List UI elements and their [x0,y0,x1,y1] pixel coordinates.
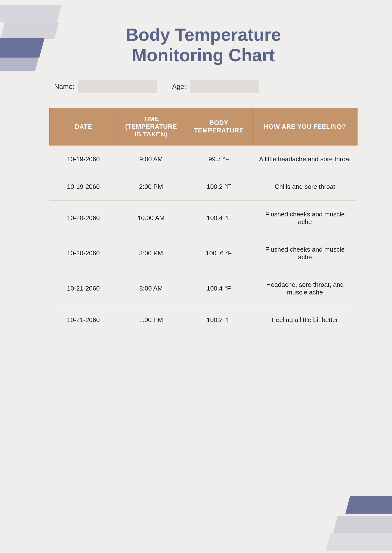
cell-feeling: Flushed cheeks and muscle ache [253,236,357,271]
cell-time: 9:00 AM [117,145,185,173]
cell-time: 8:00 AM [117,271,185,306]
age-input[interactable] [190,80,259,93]
cell-feeling: Headache, sore throat, and muscle ache [253,271,357,306]
table-header-row: DATE TIME (TEMPERATURE IS TAKEN) BODY TE… [49,108,357,145]
cell-time: 2:00 PM [117,173,185,200]
cell-feeling: Feeling a little bit better [253,306,357,334]
cell-date: 10-19-2060 [49,173,117,200]
header-time: TIME (TEMPERATURE IS TAKEN) [117,108,185,145]
cell-temp: 100.4 °F [185,271,253,306]
cell-temp: 99.7 °F [185,145,253,173]
cell-date: 10-21-2060 [49,271,117,306]
name-label: Name: [54,83,74,91]
name-field-group: Name: [54,80,157,93]
cell-date: 10-20-2060 [49,236,117,271]
table-row: 10-19-20609:00 AM99.7 °FA little headach… [49,145,357,173]
deco-shape-6 [333,516,392,533]
cell-time: 3:00 PM [117,236,185,271]
form-section: Name: Age: [49,80,358,93]
header-date: DATE [49,108,117,145]
cell-temp: 100.2 °F [185,306,253,334]
cell-time: 1:00 PM [117,306,185,334]
cell-temp: 100. 6 °F [185,236,253,271]
temperature-table: DATE TIME (TEMPERATURE IS TAKEN) BODY TE… [49,108,358,334]
table-row: 10-19-20602:00 PM100.2 °FChills and sore… [49,173,357,200]
name-input[interactable] [78,80,157,93]
page-title: Body Temperature Monitoring Chart [49,25,358,65]
deco-shape-5 [345,496,392,514]
table-row: 10-20-20603:00 PM100. 6 °FFlushed cheeks… [49,236,357,271]
decorative-bottom-right [313,474,392,553]
age-field-group: Age: [172,80,259,93]
table-row: 10-20-206010:00 AM100.4 °FFlushed cheeks… [49,200,357,236]
cell-temp: 100.4 °F [185,200,253,236]
deco-shape-7 [326,533,392,551]
table-row: 10-21-20601:00 PM100.2 °FFeeling a littl… [49,306,357,334]
header-feeling: HOW ARE YOU FEELING? [253,108,357,145]
cell-time: 10:00 AM [117,200,185,236]
age-label: Age: [172,83,186,91]
cell-feeling: Flushed cheeks and muscle ache [253,200,357,236]
cell-feeling: Chills and sore throat [253,173,357,200]
table-row: 10-21-20608:00 AM100.4 °FHeadache, sore … [49,271,357,306]
cell-temp: 100.2 °F [185,173,253,200]
header-temp: BODY TEMPERATURE [185,108,253,145]
cell-date: 10-19-2060 [49,145,117,173]
cell-feeling: A little headache and sore throat [253,145,357,173]
cell-date: 10-21-2060 [49,306,117,334]
cell-date: 10-20-2060 [49,200,117,236]
